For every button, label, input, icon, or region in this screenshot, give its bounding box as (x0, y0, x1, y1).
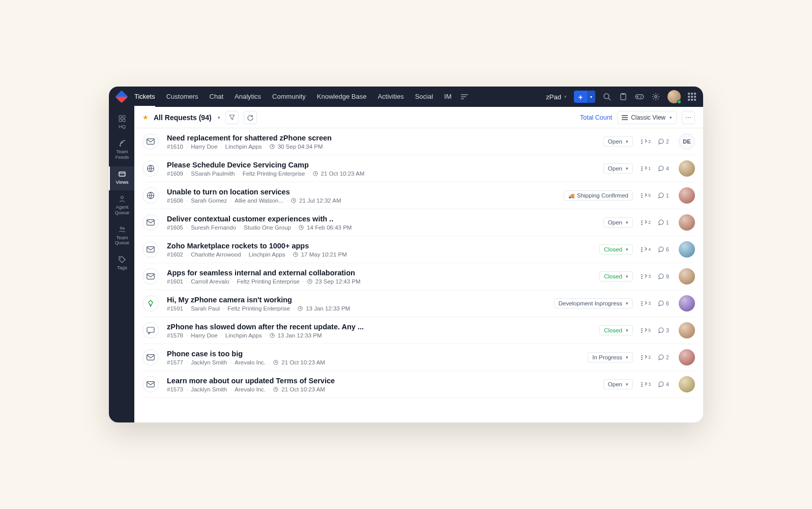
status-pill[interactable]: 🚚Shipping Confirmed (564, 190, 633, 201)
ticket-row[interactable]: Hi, My zPhone camera isn't working#1591·… (142, 290, 695, 317)
assignee-avatar[interactable] (679, 295, 695, 312)
topnav-more-icon[interactable] (461, 94, 468, 99)
topnav-item-analytics[interactable]: Analytics (235, 87, 261, 107)
chevron-down-icon[interactable]: ▾ (218, 115, 220, 120)
status-pill[interactable]: In Progress▾ (588, 352, 633, 362)
filter-icon (229, 115, 235, 121)
topnav-item-im[interactable]: IM (444, 87, 451, 107)
topnav-item-activities[interactable]: Activities (378, 87, 403, 107)
gear-icon[interactable] (651, 92, 660, 101)
priority-value: 3 (648, 274, 651, 279)
ticket-row[interactable]: Zoho Marketplace rockets to 1000+ apps#1… (142, 236, 695, 263)
priority-indicator[interactable]: 2 (641, 139, 650, 144)
ticket-subject[interactable]: Unable to turn on location services (167, 188, 556, 196)
assignee-avatar[interactable] (679, 268, 695, 285)
topnav-item-community[interactable]: Community (272, 87, 306, 107)
more-button[interactable]: ⋯ (682, 111, 695, 124)
ticket-row[interactable]: Apps for seamless internal and external … (142, 263, 695, 290)
ticket-row[interactable]: zPhone has slowed down after the recent … (142, 317, 695, 344)
ticket-contact: Sarah Gomez (191, 197, 227, 204)
comments-count[interactable]: 4 (658, 165, 671, 172)
assignee-avatar[interactable] (679, 214, 695, 231)
logo-icon (115, 90, 128, 103)
assignee-avatar[interactable] (679, 241, 695, 258)
assignee-avatar[interactable] (679, 376, 695, 392)
ticket-subject[interactable]: Apps for seamless internal and external … (167, 269, 591, 277)
ticket-subject[interactable]: Zoho Marketplace rockets to 1000+ apps (167, 242, 591, 250)
ticket-subject[interactable]: zPhone has slowed down after the recent … (167, 323, 591, 331)
ticket-time: 14 Feb 06:43 PM (307, 224, 352, 231)
topnav-item-tickets[interactable]: Tickets (134, 87, 155, 107)
priority-indicator[interactable]: 3 (641, 382, 650, 387)
comments-count[interactable]: 2 (658, 138, 671, 145)
clipboard-icon[interactable] (619, 92, 628, 101)
ticket-subject[interactable]: Learn more about our updated Terms of Se… (167, 377, 595, 385)
ticket-subject[interactable]: Please Schedule Device Servicing Camp (167, 161, 595, 169)
priority-indicator[interactable]: 1 (641, 166, 650, 171)
status-pill[interactable]: Closed▾ (599, 271, 633, 281)
topnav-item-customers[interactable]: Customers (166, 87, 198, 107)
status-pill[interactable]: Open▾ (603, 163, 633, 174)
comments-count[interactable]: 9 (658, 273, 671, 279)
gamepad-icon[interactable] (635, 92, 644, 101)
assignee-avatar[interactable] (679, 349, 695, 365)
sidebar-item-agent-queue[interactable]: AgentQueue (109, 191, 134, 221)
comments-count[interactable]: 6 (658, 300, 671, 306)
priority-indicator[interactable]: 2 (641, 220, 650, 225)
topnav-item-knowledge-base[interactable]: Knowledge Base (317, 87, 367, 107)
star-icon[interactable]: ★ (142, 114, 149, 121)
sidebar-item-hq[interactable]: HQ (109, 111, 134, 135)
status-pill[interactable]: Open▾ (603, 379, 633, 389)
search-icon[interactable] (602, 92, 612, 101)
ticket-subject[interactable]: Phone case is too big (167, 350, 579, 358)
chevron-down-icon[interactable]: ▾ (587, 91, 595, 103)
assignee-avatar[interactable]: DE (679, 133, 695, 150)
status-pill[interactable]: Open▾ (603, 217, 633, 228)
status-pill[interactable]: Development Inprogress▾ (554, 298, 633, 308)
apps-launcher-icon[interactable] (688, 93, 696, 101)
comments-count[interactable]: 1 (658, 219, 671, 225)
priority-indicator[interactable]: 3 (641, 301, 650, 306)
sidebar-item-views[interactable]: Views (109, 166, 134, 190)
total-count-link[interactable]: Total Count (580, 114, 612, 121)
ticket-row[interactable]: Learn more about our updated Terms of Se… (142, 371, 695, 398)
add-button[interactable]: + ▾ (574, 91, 595, 103)
view-mode-picker[interactable]: Classic View ▾ (617, 111, 677, 124)
comments-count[interactable]: 3 (658, 327, 671, 333)
comments-count[interactable]: 1 (658, 192, 671, 199)
ticket-subject[interactable]: Need replacement for shattered zPhone sc… (167, 134, 595, 142)
ticket-row[interactable]: Unable to turn on location services#1608… (142, 182, 695, 209)
refresh-button[interactable] (244, 111, 257, 124)
ticket-row[interactable]: Phone case is too big#1577·Jacklyn Smith… (142, 344, 695, 371)
topnav-item-social[interactable]: Social (415, 87, 433, 107)
sidebar-item-team-feeds[interactable]: TeamFeeds (109, 136, 134, 165)
workspace-picker[interactable]: zPad ▾ (546, 93, 567, 101)
comments-count[interactable]: 2 (658, 354, 671, 360)
topnav-item-chat[interactable]: Chat (210, 87, 223, 107)
priority-indicator[interactable]: 4 (641, 247, 650, 252)
ticket-subject[interactable]: Hi, My zPhone camera isn't working (167, 296, 546, 304)
filter-button[interactable] (225, 111, 239, 124)
priority-indicator[interactable]: 3 (641, 274, 650, 279)
priority-indicator[interactable]: 5 (641, 193, 650, 198)
priority-indicator[interactable]: 5 (641, 328, 650, 333)
logo[interactable] (109, 92, 134, 101)
comments-count[interactable]: 6 (658, 246, 671, 252)
user-avatar[interactable] (668, 90, 681, 103)
view-title[interactable]: All Requests (94) (154, 114, 212, 122)
assignee-avatar[interactable] (679, 187, 695, 204)
priority-indicator[interactable]: 2 (641, 355, 650, 360)
assignee-avatar[interactable] (679, 322, 695, 338)
ticket-list[interactable]: Need replacement for shattered zPhone sc… (134, 128, 703, 422)
ticket-subject[interactable]: Deliver contextual customer experiences … (167, 215, 595, 223)
sidebar-item-tags[interactable]: Tags (109, 252, 134, 276)
status-pill[interactable]: Closed▾ (599, 244, 633, 254)
ticket-row[interactable]: Please Schedule Device Servicing Camp#16… (142, 155, 695, 182)
ticket-row[interactable]: Deliver contextual customer experiences … (142, 209, 695, 236)
status-pill[interactable]: Closed▾ (599, 325, 633, 335)
sidebar-item-team-queue[interactable]: TeamQueue (109, 222, 134, 251)
comments-count[interactable]: 4 (658, 381, 671, 387)
ticket-row[interactable]: Need replacement for shattered zPhone sc… (142, 128, 695, 155)
assignee-avatar[interactable] (679, 160, 695, 177)
status-pill[interactable]: Open▾ (603, 136, 633, 147)
